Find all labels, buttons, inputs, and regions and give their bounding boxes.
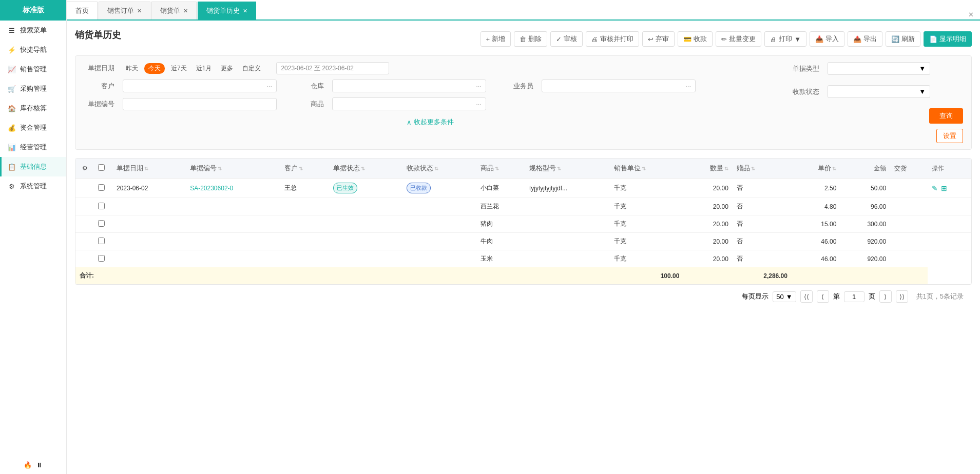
col-checkbox[interactable] (94, 159, 112, 179)
col-doc-no[interactable]: 单据编号⇅ (186, 159, 280, 179)
show-detail-button[interactable]: 📄 显示明细 (924, 31, 972, 47)
col-spec[interactable]: 规格型号⇅ (525, 159, 610, 179)
prev-page-btn[interactable]: ⟨ (817, 290, 829, 303)
col-goods[interactable]: 商品⇅ (476, 159, 525, 179)
row-select-checkbox[interactable] (98, 220, 105, 227)
col-gift[interactable]: 赠品⇅ (733, 159, 792, 179)
row-select-checkbox[interactable] (98, 238, 105, 244)
date-today-btn[interactable]: 今天 (144, 63, 165, 74)
warehouse-dots[interactable]: ··· (476, 82, 482, 90)
customer-input[interactable]: ··· (123, 80, 277, 92)
date-range-input[interactable] (276, 62, 389, 74)
col-qty[interactable]: 数量⇅ (683, 159, 732, 179)
col-price[interactable]: 单价⇅ (792, 159, 840, 179)
customer-dots[interactable]: ··· (266, 82, 272, 90)
col-doc-date[interactable]: 单据日期⇅ (112, 159, 186, 179)
goods-input[interactable]: ··· (332, 97, 486, 110)
tab-sales-goods-close[interactable]: ✕ (183, 8, 188, 14)
row-checkbox[interactable] (94, 215, 112, 233)
row-checkbox[interactable] (94, 198, 112, 215)
add-button[interactable]: + 新增 (481, 31, 511, 47)
sidebar-item-system-mgmt[interactable]: ⚙ 系统管理 (0, 176, 66, 196)
tab-sales-history[interactable]: 销货单历史 ✕ (198, 2, 256, 19)
col-settings[interactable]: ⚙ (75, 159, 94, 179)
doctype-select[interactable]: ▼ (828, 62, 930, 75)
edit-icon[interactable]: ✎ (932, 184, 938, 192)
row-doc-no[interactable] (186, 250, 280, 268)
row-select-checkbox[interactable] (98, 184, 105, 191)
last-page-btn[interactable]: ⟩⟩ (896, 290, 908, 303)
date-1month-btn[interactable]: 近1月 (193, 63, 215, 74)
setting-button[interactable]: 设置 (936, 129, 963, 143)
sidebar-item-finance[interactable]: 💰 资金管理 (0, 118, 66, 137)
window-close-button[interactable]: ✕ (966, 9, 976, 19)
row-doc-no[interactable] (186, 215, 280, 233)
row-gift: 否 (733, 233, 792, 250)
select-all-checkbox[interactable] (98, 164, 105, 171)
col-payment-status[interactable]: 收款状态⇅ (402, 159, 476, 179)
row-actions (928, 250, 971, 268)
batch-change-icon: ✏ (721, 35, 727, 43)
row-doc-no[interactable] (186, 198, 280, 215)
receive-button[interactable]: 💳 收款 (678, 31, 713, 47)
next-page-btn[interactable]: ⟩ (879, 290, 892, 303)
date-custom-btn[interactable]: 自定义 (239, 63, 264, 74)
sidebar-item-purchase-mgmt[interactable]: 🛒 采购管理 (0, 79, 66, 98)
goods-input-field[interactable] (337, 101, 476, 108)
import-button[interactable]: 📥 导入 (810, 31, 844, 47)
sidebar-item-search-menu[interactable]: ☰ 搜索菜单 (0, 21, 66, 40)
docno-input[interactable] (123, 98, 277, 110)
customer-input-field[interactable] (127, 83, 266, 90)
col-customer[interactable]: 客户⇅ (280, 159, 329, 179)
row-checkbox[interactable] (94, 233, 112, 250)
sidebar-item-quick-nav[interactable]: ⚡ 快捷导航 (0, 40, 66, 60)
staff-dots[interactable]: ··· (685, 82, 691, 90)
sidebar-item-inventory[interactable]: 🏠 库存核算 (0, 98, 66, 118)
row-checkbox[interactable] (94, 250, 112, 268)
pause-icon[interactable]: ⏸ (36, 461, 43, 469)
goods-dots[interactable]: ··· (476, 100, 482, 108)
audit-print-button[interactable]: 🖨 审核并打印 (586, 31, 639, 47)
copy-icon[interactable]: ⊞ (941, 184, 947, 192)
tab-sales-history-close[interactable]: ✕ (243, 8, 247, 14)
tab-sales-order[interactable]: 销售订单 ✕ (99, 2, 150, 19)
first-page-btn[interactable]: ⟨⟨ (800, 290, 813, 303)
collapse-btn[interactable]: ∧ 收起更多条件 (405, 115, 456, 129)
export-button[interactable]: 📤 导出 (848, 31, 882, 47)
sidebar-item-basic-info[interactable]: 📋 基础信息 (0, 157, 66, 176)
row-doc-no[interactable]: SA-20230602-0 (186, 179, 280, 198)
staff-input-field[interactable] (546, 83, 685, 90)
date-label: 单据日期 (84, 64, 114, 73)
audit-print-label: 审核并打印 (600, 34, 633, 44)
date-7days-btn[interactable]: 近7天 (168, 63, 190, 74)
row-doc-no[interactable] (186, 233, 280, 250)
row-select-checkbox[interactable] (98, 255, 105, 262)
batch-change-button[interactable]: ✏ 批量变更 (716, 31, 761, 47)
staff-input[interactable]: ··· (542, 80, 696, 92)
sidebar-item-operations[interactable]: 📊 经营管理 (0, 137, 66, 157)
warehouse-input[interactable]: ··· (332, 80, 486, 92)
tab-sales-order-close[interactable]: ✕ (137, 8, 142, 14)
per-page-select[interactable]: 50 ▼ (773, 291, 796, 302)
fire-icon[interactable]: 🔥 (24, 461, 32, 469)
date-more-btn[interactable]: 更多 (218, 63, 236, 74)
col-doc-status[interactable]: 单据状态⇅ (329, 159, 402, 179)
docno-input-field[interactable] (127, 101, 272, 108)
row-select-checkbox[interactable] (98, 203, 105, 209)
payment-status-select[interactable]: ▼ (828, 85, 930, 98)
date-yesterday-btn[interactable]: 昨天 (123, 63, 141, 74)
col-unit[interactable]: 销售单位⇅ (610, 159, 683, 179)
audit-button[interactable]: ✓ 审核 (550, 31, 583, 47)
delete-button[interactable]: 🗑 删除 (514, 31, 547, 47)
abandon-button[interactable]: ↩ 弃审 (642, 31, 675, 47)
refresh-button[interactable]: 🔄 刷新 (886, 31, 920, 47)
page-number-input[interactable] (844, 291, 864, 302)
tab-home[interactable]: 首页 (67, 2, 98, 19)
print-button[interactable]: 🖨 打印 ▼ (764, 31, 806, 47)
row-qty: 20.00 (683, 250, 732, 268)
warehouse-input-field[interactable] (337, 83, 476, 90)
row-checkbox[interactable] (94, 179, 112, 198)
tab-sales-goods[interactable]: 销货单 ✕ (151, 2, 197, 19)
sidebar-item-sales-mgmt[interactable]: 📈 销售管理 (0, 60, 66, 79)
search-button[interactable]: 查询 (929, 108, 963, 124)
